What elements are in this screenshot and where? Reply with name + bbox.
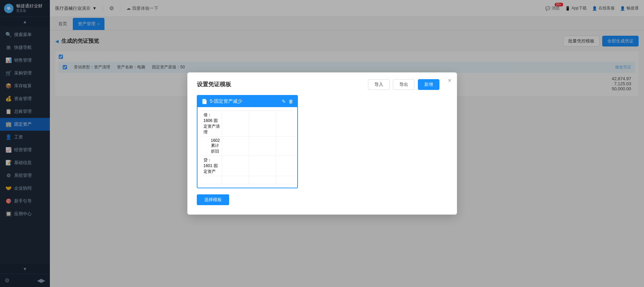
entry-col4-3 (276, 156, 298, 176)
entry-empty-2 (222, 176, 249, 184)
template-card-header: 📄 5-固定资产减少 ✎ 🗑 (197, 96, 297, 107)
template-card: 📄 5-固定资产减少 ✎ 🗑 借：1606 固定资产清理 (197, 95, 298, 188)
template-entry-grid: 借：1606 固定资产清理 1602 累计折旧 贷：1601 固定资产 (202, 110, 293, 184)
modal-backdrop: × 设置凭证模板 导入 导出 新增 📄 5-固定资产减少 ✎ 🗑 (0, 0, 644, 287)
import-button[interactable]: 导入 (368, 79, 390, 90)
template-delete-icon[interactable]: 🗑 (288, 99, 293, 104)
entry-col3-3 (249, 156, 276, 176)
template-card-header-left: 📄 5-固定资产减少 (202, 98, 242, 104)
entry-col2-1 (222, 111, 249, 137)
entry-type-1: 借：1606 固定资产清理 (202, 111, 222, 137)
template-area: 📄 5-固定资产减少 ✎ 🗑 借：1606 固定资产清理 (197, 95, 448, 205)
entry-col2-3 (222, 156, 249, 176)
entry-col4-2 (276, 137, 298, 156)
entry-type-3: 贷：1601 固定资产 (202, 156, 222, 176)
entry-col3-2 (249, 137, 276, 156)
new-button[interactable]: 新增 (418, 79, 439, 90)
entry-col3-1 (249, 111, 276, 137)
entry-empty-4 (276, 176, 298, 184)
modal-set-template: × 设置凭证模板 导入 导出 新增 📄 5-固定资产减少 ✎ 🗑 (187, 72, 457, 215)
modal-close-button[interactable]: × (448, 77, 452, 84)
export-button[interactable]: 导出 (393, 79, 415, 90)
select-template-button[interactable]: 选择模板 (197, 194, 229, 205)
template-id-name: 5-固定资产减少 (210, 98, 242, 104)
template-card-body: 借：1606 固定资产清理 1602 累计折旧 贷：1601 固定资产 (197, 107, 297, 188)
template-edit-icon[interactable]: ✎ (282, 99, 286, 104)
entry-type-2: 1602 累计折旧 (202, 137, 222, 156)
entry-col4-1 (276, 111, 298, 137)
modal-actions: 导入 导出 新增 (368, 79, 439, 90)
entry-empty-3 (249, 176, 276, 184)
entry-empty-1 (202, 176, 222, 184)
entry-col2-2 (222, 137, 249, 156)
template-file-icon: 📄 (202, 99, 207, 104)
template-card-header-icons: ✎ 🗑 (282, 99, 293, 104)
